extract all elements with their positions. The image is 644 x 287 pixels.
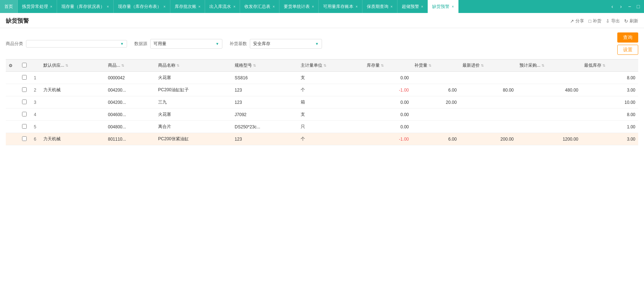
table-row: 4 004600... 火花塞 J7092 支 0.00 8.00 xyxy=(6,109,638,121)
refresh-button[interactable]: ↻ 刷新 xyxy=(624,18,638,24)
col-latest-price[interactable]: 最新进价 ⇅ xyxy=(460,59,517,72)
row-spec: 123 xyxy=(232,84,298,96)
datasource-select[interactable]: 可用量 ▼ xyxy=(150,39,222,49)
row-product-code: 004800... xyxy=(105,121,155,133)
tab-close-available-ledger[interactable]: × xyxy=(356,5,358,9)
tab-defect-handling[interactable]: 拣货异常处理 × xyxy=(18,0,57,13)
row-estimated-purchase: 480.00 xyxy=(517,84,581,96)
row-gear-cell xyxy=(6,96,19,109)
tab-inventory-dist[interactable]: 现存量（库存分布表） × xyxy=(114,0,170,13)
row-checkbox-cell xyxy=(19,133,30,145)
tab-minimize-btn[interactable]: − xyxy=(625,2,634,11)
replenish-button[interactable]: □ 补货 xyxy=(588,18,601,24)
category-filter-group: 商品分类 ▼ xyxy=(6,40,127,48)
share-button[interactable]: ↗ 分享 xyxy=(570,18,584,24)
col-unit[interactable]: 主计量单位 ⇅ xyxy=(298,59,364,72)
row-unit: 只 xyxy=(298,121,364,133)
col-min-inventory[interactable]: 最低库存 ⇅ xyxy=(581,59,638,72)
refresh-icon: ↻ xyxy=(624,18,628,24)
tab-close-defect-handling[interactable]: × xyxy=(50,5,52,9)
tab-batch-account[interactable]: 库存批次账 × xyxy=(170,0,205,13)
col-spec[interactable]: 规格型号 ⇅ xyxy=(232,59,298,72)
col-gear: ⚙ xyxy=(6,59,19,72)
replenish-base-select[interactable]: 安全库存 ▼ xyxy=(250,39,322,49)
row-checkbox-cell xyxy=(19,84,30,96)
gear-icon[interactable]: ⚙ xyxy=(9,63,13,68)
row-checkbox-cell xyxy=(19,109,30,121)
row-latest-price: 80.00 xyxy=(460,84,517,96)
row-checkbox[interactable] xyxy=(22,124,27,129)
col-default-supplier[interactable]: 默认供应... ⇅ xyxy=(40,59,105,72)
tab-inout-flow[interactable]: 出入库流水 × xyxy=(205,0,240,13)
row-product-code: 0000042 xyxy=(105,72,155,84)
tab-close-inventory-dist[interactable]: × xyxy=(164,5,166,9)
sort-icon-estimated: ⇅ xyxy=(541,63,544,67)
row-gear-cell xyxy=(6,72,19,84)
row-supplier xyxy=(40,72,105,84)
tab-maximize-btn[interactable]: □ xyxy=(634,2,643,11)
tab-shortage-warning[interactable]: 缺货预警 × xyxy=(428,0,458,13)
select-all-checkbox[interactable] xyxy=(22,63,27,67)
col-inventory[interactable]: 库存量 ⇅ xyxy=(364,59,412,72)
settings-button[interactable]: 设置 xyxy=(617,45,638,55)
tab-receipt-summary[interactable]: 收发存汇总表 × xyxy=(240,0,279,13)
page-title: 缺货预警 xyxy=(6,17,29,25)
row-replenish-qty xyxy=(412,121,460,133)
row-spec: DS250*23c... xyxy=(232,121,298,133)
row-min-inventory: 3.00 xyxy=(581,84,638,96)
row-checkbox[interactable] xyxy=(22,75,27,80)
tab-order-stat[interactable]: 要货单统计表 × xyxy=(279,0,319,13)
tab-available-ledger[interactable]: 可用量库存账本 × xyxy=(319,0,362,13)
tab-prev-btn[interactable]: ‹ xyxy=(608,2,617,11)
row-unit: 支 xyxy=(298,109,364,121)
page-container: 缺货预警 ↗ 分享 □ 补货 ⇩ 导出 ↻ 刷新 商品分类 xyxy=(0,13,644,287)
row-product-name: 火花塞 xyxy=(155,109,232,121)
row-checkbox[interactable] xyxy=(22,112,27,116)
datasource-label: 数据源 xyxy=(134,41,147,47)
tab-close-shortage-warning[interactable]: × xyxy=(452,5,454,9)
query-button[interactable]: 查询 xyxy=(617,32,638,43)
tab-overstock-warning[interactable]: 超储预警 × xyxy=(397,0,428,13)
tab-close-batch-account[interactable]: × xyxy=(199,5,201,9)
row-checkbox[interactable] xyxy=(22,87,27,92)
tab-close-inventory-status[interactable]: × xyxy=(107,5,109,9)
row-num-cell: 1 xyxy=(30,72,40,84)
tab-next-btn[interactable]: › xyxy=(617,2,625,11)
tab-close-expiry-query[interactable]: × xyxy=(391,5,393,9)
tab-close-inout-flow[interactable]: × xyxy=(233,5,235,9)
row-product-code: 004200... xyxy=(105,84,155,96)
row-latest-price xyxy=(460,72,517,84)
col-replenish-qty[interactable]: 补货量 ⇅ xyxy=(412,59,460,72)
row-product-code: 004200... xyxy=(105,96,155,109)
tab-home[interactable]: 首页 xyxy=(0,0,18,13)
row-checkbox[interactable] xyxy=(22,100,27,104)
sort-icon-price: ⇅ xyxy=(481,63,484,67)
share-icon: ↗ xyxy=(570,18,574,24)
row-supplier xyxy=(40,109,105,121)
row-estimated-purchase xyxy=(517,121,581,133)
row-supplier xyxy=(40,121,105,133)
row-min-inventory: 3.00 xyxy=(581,133,638,145)
col-estimated-purchase[interactable]: 预计采购... ⇅ xyxy=(517,59,581,72)
row-unit: 个 xyxy=(298,84,364,96)
col-product-name[interactable]: 商品名称 ⇅ xyxy=(155,59,232,72)
tab-close-overstock-warning[interactable]: × xyxy=(421,5,423,9)
tab-inventory-status[interactable]: 现存量（库存状况表） × xyxy=(57,0,114,13)
row-num-cell: 3 xyxy=(30,96,40,109)
export-icon: ⇩ xyxy=(606,18,610,24)
tab-expiry-query[interactable]: 保质期查询 × xyxy=(362,0,397,13)
tab-close-order-stat[interactable]: × xyxy=(312,5,314,9)
row-spec: 123 xyxy=(232,96,298,109)
tab-close-receipt-summary[interactable]: × xyxy=(273,5,275,9)
row-min-inventory: 10.00 xyxy=(581,96,638,109)
row-spec: 123 xyxy=(232,133,298,145)
row-checkbox[interactable] xyxy=(22,136,27,141)
row-inventory: 0.00 xyxy=(364,109,412,121)
export-button[interactable]: ⇩ 导出 xyxy=(606,18,620,24)
replenish-base-label: 补货基数 xyxy=(230,41,247,47)
table-wrapper: ⚙ 默认供应... ⇅ 商品... xyxy=(0,59,644,145)
header-actions: ↗ 分享 □ 补货 ⇩ 导出 ↻ 刷新 xyxy=(570,18,638,24)
row-estimated-purchase: 1200.00 xyxy=(517,133,581,145)
category-select[interactable]: ▼ xyxy=(26,40,127,48)
col-product-code[interactable]: 商品... ⇅ xyxy=(105,59,155,72)
